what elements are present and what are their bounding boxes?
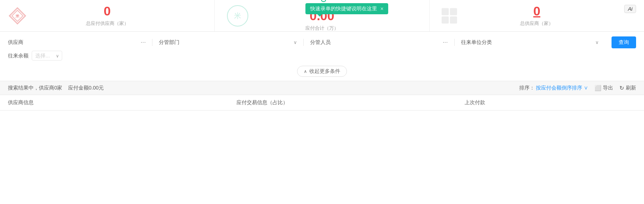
table-col-last-payment: 上次付款 <box>465 99 636 106</box>
person-filter-input[interactable] <box>334 40 441 46</box>
table-col-transaction: 应付交易信息（占比） <box>236 99 465 106</box>
supplier-more-icon[interactable]: ··· <box>141 39 146 46</box>
payable-total-label: 应付合计（万） <box>305 25 339 32</box>
stat-block-payable-suppliers: 米 0 总应付供应商（家） <box>0 0 215 31</box>
refresh-icon: ↻ <box>619 85 624 91</box>
table-body <box>0 111 644 204</box>
stat-block-payable-total: 米 快速录单的快捷键说明在这里 × 0.00 应付合计（万） <box>215 0 429 31</box>
department-chevron-icon: ∨ <box>293 40 297 45</box>
search-amount-value: 0.00元 <box>89 85 104 91</box>
sort-prefix: 排序： <box>519 85 535 91</box>
export-button[interactable]: ⬜ 导出 <box>594 84 613 92</box>
diamond-logo-icon: 米 <box>8 6 27 25</box>
balance-filter-label: 往来余额 <box>8 52 29 59</box>
total-suppliers-count: 0 <box>533 4 540 18</box>
filter-item-person: 分管人员 ··· <box>304 39 455 46</box>
search-summary: 搜索结果中，供应商0家 应付金额0.00元 <box>8 84 104 92</box>
export-label: 导出 <box>603 84 613 92</box>
balance-chevron-icon: ∨ <box>56 53 59 59</box>
unit-category-filter-input[interactable] <box>495 40 594 46</box>
search-supplier-count: 0家 <box>54 85 62 91</box>
tooltip-popup: 快速录单的快捷键说明在这里 × <box>305 3 388 14</box>
stats-bar: 米 0 总应付供应商（家） 米 快速录单的快捷键说明在这里 × 0.00 应付合… <box>0 0 644 32</box>
total-suppliers-label: 总供应商（家） <box>520 20 553 27</box>
sort-value[interactable]: 按应付会额倒序排序 <box>536 85 582 91</box>
table-col-supplier: 供应商信息 <box>8 99 236 106</box>
tooltip-text: 快速录单的快捷键说明在这里 <box>310 5 377 12</box>
sort-label: 排序： 按应付会额倒序排序 ∨ <box>519 84 588 92</box>
search-amount-label: 应付金额 <box>68 85 89 91</box>
search-summary-text: 搜索结果中，供应商0家 应付金额0.00元 <box>8 84 104 92</box>
collapse-chevron-icon: ∧ <box>304 69 307 74</box>
filter-item-department: 分管部门 ∨ <box>152 39 303 46</box>
person-filter-label: 分管人员 <box>310 39 331 46</box>
export-icon: ⬜ <box>594 85 601 91</box>
tooltip-close-button[interactable]: × <box>380 6 383 12</box>
search-prefix: 搜索结果中，供应商 <box>8 85 54 91</box>
payable-suppliers-count: 0 <box>104 4 111 18</box>
unit-category-chevron-icon: ∨ <box>595 40 599 45</box>
query-button[interactable]: 查询 <box>612 36 636 48</box>
stat-block-total-suppliers: 0 总供应商（家） Ai <box>430 0 644 31</box>
collapse-label: 收起更多条件 <box>309 68 340 75</box>
svg-text:米: 米 <box>234 12 241 20</box>
tooltip-dot <box>322 0 325 1</box>
svg-text:米: 米 <box>15 14 20 18</box>
balance-select-wrapper[interactable]: 选择... ∨ <box>32 52 62 59</box>
table-header: 供应商信息 应付交易信息（占比） 上次付款 <box>0 95 644 111</box>
center-decorative-icon: 米 <box>227 5 249 27</box>
department-filter-label: 分管部门 <box>159 39 179 46</box>
supplier-filter-input[interactable] <box>27 40 139 46</box>
filter-row-2: 往来余额 选择... ∨ <box>8 52 636 63</box>
sort-chevron-icon: ∨ <box>584 85 588 91</box>
payable-suppliers-label: 总应付供应商（家） <box>86 20 129 27</box>
department-filter-input[interactable] <box>183 40 292 46</box>
refresh-button[interactable]: ↻ 刷新 <box>619 84 636 92</box>
ai-badge[interactable]: Ai <box>624 5 636 13</box>
filter-row-1: 供应商 ··· 分管部门 ∨ 分管人员 ··· 往来单位分类 ∨ 查询 <box>8 36 636 48</box>
filter-item-supplier: 供应商 ··· <box>8 39 152 46</box>
supplier-filter-label: 供应商 <box>8 39 23 46</box>
unit-category-filter-label: 往来单位分类 <box>461 39 492 46</box>
filter-item-unit-category: 往来单位分类 ∨ <box>455 39 605 46</box>
search-actions: 排序： 按应付会额倒序排序 ∨ ⬜ 导出 ↻ 刷新 <box>519 84 636 92</box>
person-more-icon[interactable]: ··· <box>442 39 448 46</box>
refresh-label: 刷新 <box>626 84 636 92</box>
table: 供应商信息 应付交易信息（占比） 上次付款 <box>0 95 644 204</box>
collapse-row: ∧ 收起更多条件 <box>8 63 636 81</box>
filter-section: 供应商 ··· 分管部门 ∨ 分管人员 ··· 往来单位分类 ∨ 查询 往来余额 <box>0 32 644 81</box>
search-bar: 搜索结果中，供应商0家 应付金额0.00元 排序： 按应付会额倒序排序 ∨ ⬜ … <box>0 81 644 95</box>
collapse-button[interactable]: ∧ 收起更多条件 <box>297 66 347 77</box>
